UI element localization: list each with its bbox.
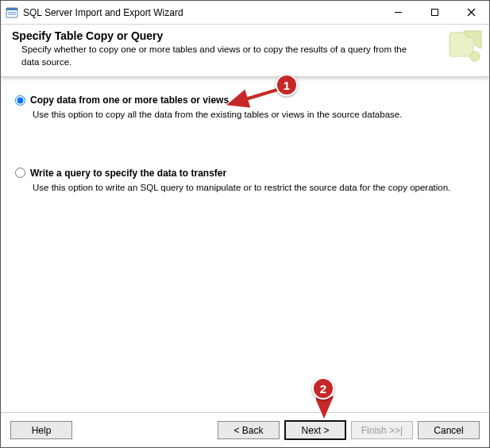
wizard-footer: Help < Back Next > Finish >>| Cancel [1,412,489,447]
next-button[interactable]: Next > [284,420,346,440]
option-write-query: Write a query to specify the data to tra… [15,168,475,195]
finish-button: Finish >>| [351,421,413,439]
option-write-query-label: Write a query to specify the data to tra… [30,168,226,179]
close-button[interactable] [453,1,489,24]
radio-write-query[interactable] [15,168,25,178]
page-subtitle: Specify whether to copy one or more tabl… [12,44,409,68]
window-title: SQL Server Import and Export Wizard [23,7,380,18]
svg-rect-1 [6,8,17,10]
annotation-badge-2: 2 [312,377,334,400]
option-copy-tables: Copy data from one or more tables or vie… [15,95,475,122]
svg-rect-2 [8,12,16,13]
option-write-query-desc: Use this option to write an SQL query to… [33,182,475,195]
option-write-query-row[interactable]: Write a query to specify the data to tra… [15,168,475,179]
option-copy-tables-desc: Use this option to copy all the data fro… [33,109,475,122]
app-icon [6,6,18,19]
maximize-button[interactable] [416,1,453,24]
wizard-body: Copy data from one or more tables or vie… [1,77,489,414]
wizard-header: Specify Table Copy or Query Specify whet… [1,25,489,77]
titlebar: SQL Server Import and Export Wizard [1,1,489,25]
radio-copy-tables[interactable] [15,95,25,106]
minimize-button[interactable] [380,1,416,24]
svg-point-9 [470,52,480,61]
annotation-badge-1: 1 [276,74,298,96]
back-button[interactable]: < Back [218,421,280,439]
page-title: Specify Table Copy or Query [12,29,480,42]
wizard-icon [446,28,484,66]
svg-rect-5 [431,10,438,16]
svg-rect-3 [8,14,16,14]
option-copy-tables-row[interactable]: Copy data from one or more tables or vie… [15,95,475,106]
cancel-button[interactable]: Cancel [418,421,480,439]
help-button[interactable]: Help [10,421,72,439]
window-controls [380,1,489,24]
option-copy-tables-label: Copy data from one or more tables or vie… [30,95,229,106]
